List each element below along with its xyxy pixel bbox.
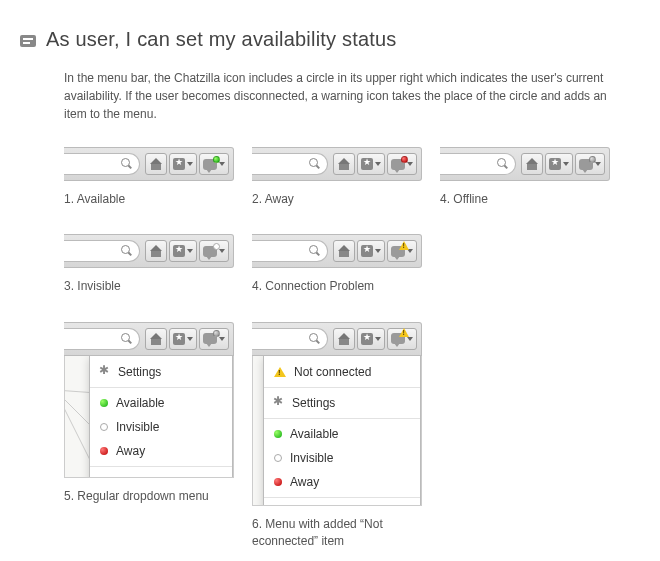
menu-item-available[interactable]: Available	[264, 422, 420, 446]
chat-status-button[interactable]	[387, 240, 417, 262]
example-caption: 3. Invisible	[64, 278, 234, 295]
status-dot-available	[100, 399, 108, 407]
chevron-down-icon	[219, 162, 225, 166]
chat-status-button[interactable]	[575, 153, 605, 175]
status-dot-invisible	[213, 243, 220, 250]
example-caption: 4. Connection Problem	[252, 278, 422, 295]
menu-item-label: Available	[290, 427, 338, 441]
chat-bubble-icon	[203, 246, 217, 257]
menu-item-settings[interactable]: Settings	[264, 391, 420, 415]
bookmark-star-icon	[173, 245, 185, 257]
home-icon	[338, 333, 350, 345]
bookmarks-button[interactable]	[169, 240, 197, 262]
chat-bubble-icon	[203, 159, 217, 170]
home-button[interactable]	[333, 240, 355, 262]
bookmark-star-icon	[361, 245, 373, 257]
chat-bubble-icon	[391, 246, 405, 257]
menu-separator	[264, 497, 420, 498]
home-button[interactable]	[521, 153, 543, 175]
menu-item-away[interactable]: Away	[264, 470, 420, 494]
page-background: Settings Available Invisible Away Sign O…	[64, 356, 234, 478]
example-caption: 6. Menu with added “Not econnected” item	[252, 516, 422, 551]
home-icon	[338, 158, 350, 170]
chat-status-button[interactable]	[199, 153, 229, 175]
home-button[interactable]	[145, 328, 167, 350]
warning-icon	[399, 241, 409, 250]
menu-item-label: Settings	[118, 365, 161, 379]
bookmarks-button[interactable]	[545, 153, 573, 175]
toolbar	[64, 234, 234, 268]
example-caption: 4. Offline	[440, 191, 610, 208]
chat-status-button[interactable]	[199, 328, 229, 350]
toolbar	[252, 234, 422, 268]
home-button[interactable]	[333, 328, 355, 350]
status-dot-invisible	[100, 423, 108, 431]
status-dot-away	[274, 478, 282, 486]
url-bar[interactable]	[64, 240, 140, 262]
chat-status-button[interactable]	[199, 240, 229, 262]
menu-item-away[interactable]: Away	[90, 439, 232, 463]
bookmarks-button[interactable]	[169, 328, 197, 350]
chevron-down-icon	[375, 337, 381, 341]
bookmark-star-icon	[549, 158, 561, 170]
home-button[interactable]	[333, 153, 355, 175]
menu-item-signout[interactable]: Sign Out	[90, 470, 232, 478]
chevron-down-icon	[375, 162, 381, 166]
menu-item-available[interactable]: Available	[90, 391, 232, 415]
url-bar[interactable]	[64, 153, 140, 175]
menu-item-label: Away	[290, 475, 319, 489]
url-bar[interactable]	[440, 153, 516, 175]
url-bar[interactable]	[252, 328, 328, 350]
chat-bubble-icon	[203, 333, 217, 344]
menu-item-settings[interactable]: Settings	[90, 360, 232, 384]
menu-item-not-connected[interactable]: Not connected	[264, 360, 420, 384]
url-bar[interactable]	[64, 328, 140, 350]
url-bar[interactable]	[252, 240, 328, 262]
search-icon	[309, 158, 321, 170]
story-title: As user, I can set my availability statu…	[46, 28, 397, 51]
toolbar	[252, 322, 422, 356]
bookmark-star-icon	[361, 333, 373, 345]
menu-item-label: Invisible	[116, 420, 159, 434]
menu-item-label: Settings	[292, 396, 335, 410]
chat-bubble-icon	[391, 333, 405, 344]
chevron-down-icon	[219, 337, 225, 341]
menu-item-label: Invisible	[290, 451, 333, 465]
story-description: In the menu bar, the Chatzilla icon incl…	[64, 69, 624, 123]
status-dot-away	[100, 447, 108, 455]
example-away: 2. Away	[252, 147, 422, 208]
chat-status-button[interactable]	[387, 153, 417, 175]
page-background: Not connected Settings Available Invisib…	[252, 356, 422, 506]
example-available: 1. Available	[64, 147, 234, 208]
bookmarks-button[interactable]	[357, 328, 385, 350]
status-dot-invisible	[274, 454, 282, 462]
home-button[interactable]	[145, 240, 167, 262]
menu-item-label: Not connected	[294, 365, 371, 379]
example-invisible: 3. Invisible	[64, 234, 234, 295]
example-caption: 2. Away	[252, 191, 422, 208]
bookmark-star-icon	[173, 158, 185, 170]
search-icon	[121, 158, 133, 170]
url-bar[interactable]	[252, 153, 328, 175]
search-icon	[497, 158, 509, 170]
home-button[interactable]	[145, 153, 167, 175]
menu-separator	[264, 387, 420, 388]
warning-icon	[399, 328, 409, 337]
bookmarks-button[interactable]	[357, 240, 385, 262]
home-icon	[338, 245, 350, 257]
bookmark-star-icon	[173, 333, 185, 345]
menu-item-invisible[interactable]: Invisible	[90, 415, 232, 439]
chat-status-button[interactable]	[387, 328, 417, 350]
example-caption: 1. Available	[64, 191, 234, 208]
bookmarks-button[interactable]	[169, 153, 197, 175]
bookmarks-button[interactable]	[357, 153, 385, 175]
home-icon	[150, 245, 162, 257]
home-icon	[150, 333, 162, 345]
menu-item-signout[interactable]: Sign Out	[264, 501, 420, 506]
chevron-down-icon	[219, 249, 225, 253]
chevron-down-icon	[187, 249, 193, 253]
status-dot-offline	[589, 156, 596, 163]
menu-item-invisible[interactable]: Invisible	[264, 446, 420, 470]
menu-separator	[90, 387, 232, 388]
menu-item-label: Away	[116, 444, 145, 458]
